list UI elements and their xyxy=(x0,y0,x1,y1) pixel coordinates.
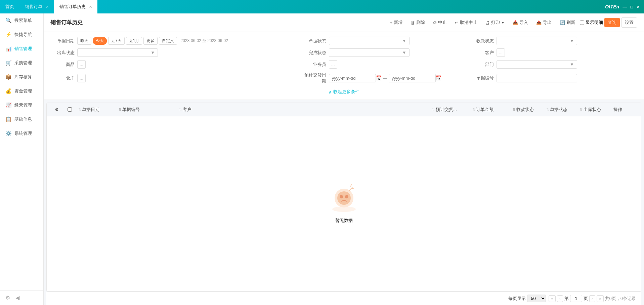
maximize-btn[interactable]: □ xyxy=(630,4,633,9)
th-delivery[interactable]: ⇅ 预计交货... xyxy=(429,107,470,113)
sidebar-item-purchase-mgmt[interactable]: 🛒 采购管理 xyxy=(0,56,43,70)
th-stock-status[interactable]: ⇅ 出库状态 xyxy=(577,107,611,113)
cancel-stop-button[interactable]: ↩ 取消中止 xyxy=(452,18,481,27)
department-dropdown-icon: ▼ xyxy=(570,62,574,67)
refresh-label: 刷新 xyxy=(566,20,575,26)
date-range-display: 2023-06-02 至 2023-06-02 xyxy=(180,38,228,44)
prev-page-btn[interactable]: ‹ xyxy=(557,295,563,302)
product-picker-btn[interactable]: ... xyxy=(77,60,86,69)
settings-col-icon: ⚙ xyxy=(55,107,59,112)
sidebar-item-sys-mgmt[interactable]: ⚙️ 系统管理 xyxy=(0,126,43,141)
sidebar-item-purchase-mgmt-label: 采购管理 xyxy=(14,60,32,66)
th-stock-label: 出库状态 xyxy=(584,107,601,113)
delivery-date-to[interactable] xyxy=(389,74,436,82)
doc-number-label: 单据编号 xyxy=(470,75,497,81)
th-doc-status[interactable]: ⇅ 单据状态 xyxy=(544,107,577,113)
bottom-settings-icon[interactable]: ⚙ xyxy=(5,295,10,301)
salesperson-picker-btn[interactable]: ... xyxy=(329,60,337,69)
bottom-collapse-icon[interactable]: ◀ xyxy=(15,295,19,301)
date-today-btn[interactable]: 今天 xyxy=(93,37,107,45)
svg-point-2 xyxy=(337,191,351,205)
doc-status-label: 单据状态 xyxy=(302,38,329,44)
close-window-btn[interactable]: ✕ xyxy=(636,4,640,9)
sidebar-item-inventory[interactable]: 📦 库存核算 xyxy=(0,70,43,84)
tab-sales-order-history-close[interactable]: ✕ xyxy=(89,5,92,9)
sidebar-item-quick-nav[interactable]: ⚡ 快捷导航 xyxy=(0,28,43,42)
sidebar-item-sys-mgmt-label: 系统管理 xyxy=(14,130,32,137)
sidebar-item-basic-info[interactable]: 📋 基础信息 xyxy=(0,112,43,126)
delete-button[interactable]: 🗑 删除 xyxy=(407,18,428,27)
tab-sales-order-history[interactable]: 销售订单历史 ✕ xyxy=(54,0,97,13)
doc-status-select[interactable]: ▼ xyxy=(329,37,410,45)
export-icon: 📤 xyxy=(536,20,542,25)
delivery-date-from[interactable] xyxy=(329,74,376,82)
sort-icon-date: ⇅ xyxy=(78,108,81,111)
new-icon: + xyxy=(390,20,393,25)
department-select[interactable]: ▼ xyxy=(497,60,577,69)
minimize-btn[interactable]: — xyxy=(622,4,627,9)
empty-state: 暂无数据 xyxy=(327,184,361,224)
completion-status-dropdown-icon: ▼ xyxy=(402,50,406,55)
select-all-checkbox[interactable] xyxy=(68,107,72,112)
settings-button[interactable]: 设置 xyxy=(621,17,637,28)
th-settings[interactable]: ⚙ xyxy=(50,107,63,112)
receipt-status-dropdown-icon: ▼ xyxy=(570,38,574,43)
new-button[interactable]: + 新增 xyxy=(387,18,406,27)
first-page-btn[interactable]: « xyxy=(549,295,556,302)
sidebar-item-operations-label: 经营管理 xyxy=(14,102,32,108)
last-page-btn[interactable]: » xyxy=(597,295,604,302)
th-docno-label: 单据编号 xyxy=(122,107,140,113)
sidebar-item-sales-mgmt[interactable]: 📊 销售管理 xyxy=(0,42,43,56)
collapse-filter-btn[interactable]: ∧ 收起更多条件 xyxy=(50,87,637,95)
sidebar-bottom: ⚙ ◀ xyxy=(0,290,43,305)
th-amount[interactable]: ⇅ 订单金额 xyxy=(470,107,510,113)
svg-point-4 xyxy=(345,195,348,198)
query-button[interactable]: 查询 xyxy=(604,18,620,27)
date-last1month-btn[interactable]: 近1月 xyxy=(126,37,142,45)
total-records-text: 共0页，0条记录 xyxy=(605,296,636,302)
content-area: 销售订单历史 + 新增 🗑 删除 ⊘ 中止 ↩ 取消中止 xyxy=(44,13,644,305)
date-custom-btn[interactable]: 自定义 xyxy=(159,37,177,45)
sidebar-item-finance[interactable]: 💰 资金管理 xyxy=(0,84,43,98)
tab-home[interactable]: 首页 xyxy=(0,0,19,13)
th-check[interactable] xyxy=(63,107,76,112)
print-button[interactable]: 🖨 打印 ▼ xyxy=(482,18,508,27)
search-menu-icon: 🔍 xyxy=(5,17,12,24)
stock-status-select[interactable]: ▼ xyxy=(77,48,158,57)
warehouse-picker-btn[interactable]: ... xyxy=(77,74,86,82)
tab-sales-order-close[interactable]: ✕ xyxy=(46,5,49,9)
sidebar-item-search-menu[interactable]: 🔍 搜索菜单 xyxy=(0,13,43,28)
delivery-date-to-calendar-icon[interactable]: 📅 xyxy=(436,75,441,81)
stop-button[interactable]: ⊘ 中止 xyxy=(430,18,450,27)
date-more-btn[interactable]: 更多 xyxy=(143,37,158,45)
tab-home-label: 首页 xyxy=(5,4,14,10)
refresh-button[interactable]: 🔄 刷新 xyxy=(556,18,578,27)
delivery-date-from-calendar-icon[interactable]: 📅 xyxy=(376,75,382,81)
completion-status-select[interactable]: ▼ xyxy=(329,48,410,57)
next-page-btn[interactable]: › xyxy=(589,295,595,302)
sidebar-item-operations[interactable]: 📈 经营管理 xyxy=(0,98,43,112)
date-yesterday-btn[interactable]: 昨天 xyxy=(77,37,91,45)
doc-number-input[interactable] xyxy=(497,74,577,82)
date-last7-btn[interactable]: 近7天 xyxy=(108,37,125,45)
export-button[interactable]: 📤 导出 xyxy=(533,18,555,27)
print-dropdown-icon: ▼ xyxy=(501,21,505,25)
th-date[interactable]: ⇅ 单据日期 xyxy=(76,107,116,113)
page-number-input[interactable] xyxy=(570,295,582,302)
th-docno[interactable]: ⇅ 单据编号 xyxy=(116,107,176,113)
show-detail-checkbox-container[interactable]: 显示明细 xyxy=(580,20,603,26)
th-receipt-label: 收款状态 xyxy=(516,107,534,113)
receipt-status-label: 收款状态 xyxy=(470,38,497,44)
export-label: 导出 xyxy=(543,20,552,26)
page-size-select[interactable]: 10 20 50 100 xyxy=(527,295,546,302)
receipt-status-select[interactable]: ▼ xyxy=(497,37,577,45)
import-button[interactable]: 📥 导入 xyxy=(509,18,531,27)
salesperson-label: 业务员 xyxy=(302,62,329,68)
th-customer-label: 客户 xyxy=(183,107,191,113)
show-detail-checkbox[interactable] xyxy=(580,21,584,25)
customer-picker-btn[interactable]: ... xyxy=(497,48,505,57)
filter-area: 单据日期 昨天 今天 近7天 近1月 更多 自定义 2023-06-02 至 2… xyxy=(44,32,644,100)
th-receipt-status[interactable]: ⇅ 收款状态 xyxy=(510,107,544,113)
th-customer[interactable]: ⇅ 客户 xyxy=(176,107,429,113)
tab-sales-order[interactable]: 销售订单 ✕ xyxy=(19,0,54,13)
